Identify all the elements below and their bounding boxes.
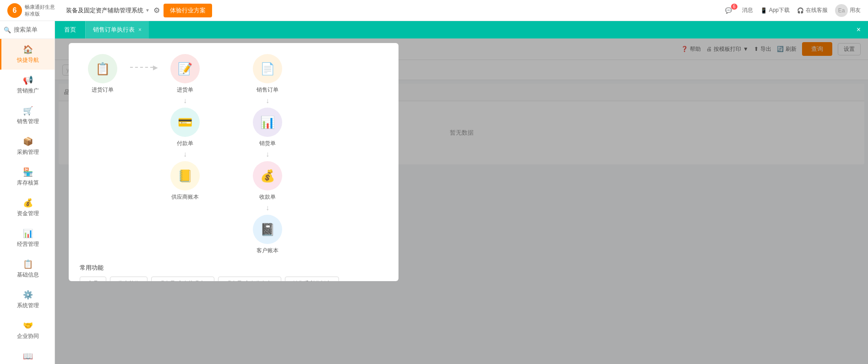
- service-icon: 🎧: [797, 7, 804, 14]
- enterprise-label: 企业协同: [17, 332, 39, 340]
- finance-icon: 💰: [23, 198, 33, 208]
- title-dropdown[interactable]: 装备及固定资产辅助管理系统 ▼: [66, 6, 150, 15]
- trial-button[interactable]: 体验行业方案: [164, 4, 212, 17]
- func-row-1: 商品往来单位现存量(库存状况表)现存量(库存分布表)销售毛利分析表商品毛利分析: [80, 277, 388, 281]
- tab-close-icon[interactable]: ×: [138, 27, 142, 33]
- online-service-button[interactable]: 🎧 在线客服: [797, 6, 828, 14]
- supplier-ledger-icon: 📒: [170, 161, 200, 190]
- sidebar-search[interactable]: 🔍 搜索菜单: [0, 21, 55, 39]
- flow-node-receipt[interactable]: 💰 收款单: [245, 161, 290, 201]
- sales-bill-label: 销货单: [259, 140, 276, 147]
- operation-icon: 📊: [23, 228, 33, 239]
- flow-node-customer-ledger[interactable]: 📓 客户账本: [245, 215, 290, 255]
- modal-card: 📋 进货订单 ▶ 📝 进货单: [69, 43, 399, 281]
- finance-label: 资金管理: [17, 210, 39, 217]
- common-functions-title: 常用功能: [80, 264, 388, 272]
- flow-node-sales-order[interactable]: 📄 销售订单: [245, 54, 290, 94]
- purchase-icon: 📦: [23, 136, 33, 147]
- func-button[interactable]: 现存量(库存状况表): [151, 277, 214, 281]
- flow-node-sales-bill[interactable]: 📊 销货单: [245, 108, 290, 147]
- sidebar-item-newbie[interactable]: 📖新手引导: [0, 346, 55, 364]
- flow-diagram: 📋 进货订单 ▶ 📝 进货单: [80, 54, 388, 255]
- sidebar-item-purchase[interactable]: 📦采购管理: [0, 131, 55, 162]
- content-area: ❓ 帮助 🖨 按模板打印 ▼ ⬆ 导出 🔄 刷新 查询 设置: [55, 38, 868, 364]
- purchase-order-label: 进货订单: [92, 86, 114, 94]
- sidebar-item-quick-nav[interactable]: 🏠快捷导航: [0, 39, 55, 70]
- quick-nav-label: 快捷导航: [17, 56, 39, 64]
- search-icon: 🔍: [4, 27, 11, 33]
- sales-order-icon: 📄: [253, 54, 282, 83]
- sales-label: 销售管理: [17, 118, 39, 125]
- payment-icon: 💳: [170, 108, 200, 137]
- purchase-order-icon: 📋: [88, 54, 117, 83]
- customer-ledger-label: 客户账本: [257, 247, 278, 255]
- message-button[interactable]: 💬 6 消息: [725, 6, 753, 14]
- arrow-p-to-pb: ▶: [130, 64, 158, 71]
- top-bar: 6 畅康通好生意 标准版 装备及固定资产辅助管理系统 ▼ ⚙ 体验行业方案 💬 …: [0, 0, 868, 21]
- purchase-label: 采购管理: [17, 148, 39, 156]
- main-area: 首页 销售订单执行表 × × ❓ 帮助 🖨 按模板打印 ▼ ⬆: [55, 21, 868, 364]
- logo-area: 6 畅康通好生意 标准版: [7, 3, 62, 18]
- tab-bar: 首页 销售订单执行表 × ×: [55, 21, 868, 38]
- app-download-button[interactable]: 📱 App下载: [760, 6, 790, 14]
- user-area[interactable]: Ea 用友: [835, 4, 861, 17]
- inventory-label: 库存核算: [17, 179, 39, 187]
- func-button[interactable]: 现存量(库存分布表): [218, 277, 281, 281]
- common-functions-section: 常用功能 商品往来单位现存量(库存状况表)现存量(库存分布表)销售毛利分析表商品…: [80, 264, 388, 281]
- flow-node-payment[interactable]: 💳 付款单: [162, 108, 208, 147]
- arrow-down-so: ↓: [266, 97, 269, 105]
- arrow-down-receipt: ↓: [266, 204, 269, 212]
- newbie-icon: 📖: [23, 351, 33, 361]
- basic-icon: 📋: [23, 259, 33, 269]
- purchase-bill-label: 进货单: [177, 86, 193, 94]
- avatar: Ea: [835, 4, 848, 17]
- sales-icon: 🛒: [23, 106, 33, 116]
- modal-overlay: 📋 进货订单 ▶ 📝 进货单: [55, 38, 868, 364]
- sidebar-item-operation[interactable]: 📊经营管理: [0, 223, 55, 254]
- sales-bill-icon: 📊: [253, 108, 282, 137]
- system-label: 系统管理: [17, 302, 39, 310]
- sidebar-item-enterprise[interactable]: 🤝企业协同: [0, 315, 55, 346]
- app-logo-icon: 6: [7, 3, 22, 18]
- arrow-down-sb: ↓: [266, 150, 269, 158]
- sidebar-item-basic[interactable]: 📋基础信息: [0, 254, 55, 284]
- customer-ledger-icon: 📓: [253, 215, 282, 244]
- operation-label: 经营管理: [17, 240, 39, 248]
- supplier-ledger-label: 供应商账本: [171, 193, 199, 201]
- quick-nav-icon: 🏠: [23, 44, 33, 54]
- arrow-down-pb: ↓: [183, 97, 187, 105]
- flow-node-supplier-ledger[interactable]: 📒 供应商账本: [162, 161, 208, 201]
- dropdown-arrow-icon: ▼: [145, 8, 150, 13]
- tab-sales-order[interactable]: 销售订单执行表 ×: [86, 21, 149, 38]
- marketing-icon: 📢: [23, 75, 33, 85]
- sidebar-item-finance[interactable]: 💰资金管理: [0, 192, 55, 223]
- arrow-down-pay: ↓: [183, 150, 187, 158]
- marketing-label: 营销推广: [17, 87, 39, 95]
- sales-order-label: 销售订单: [257, 86, 278, 94]
- flow-node-purchase-order[interactable]: 📋 进货订单: [80, 54, 126, 94]
- receipt-icon: 💰: [253, 161, 282, 190]
- tab-home[interactable]: 首页: [55, 21, 86, 38]
- system-title: 装备及固定资产辅助管理系统 ▼ ⚙ 体验行业方案: [66, 4, 725, 17]
- func-button[interactable]: 往来单位: [110, 277, 147, 281]
- tab-close-right-icon[interactable]: ×: [849, 26, 868, 34]
- sidebar-item-system[interactable]: ⚙️系统管理: [0, 284, 55, 315]
- download-icon: 📱: [760, 7, 767, 14]
- flow-node-purchase-bill[interactable]: 📝 进货单: [162, 54, 208, 94]
- sidebar-item-marketing[interactable]: 📢营销推广: [0, 70, 55, 100]
- settings-icon[interactable]: ⚙: [153, 6, 160, 15]
- sidebar-item-sales[interactable]: 🛒销售管理: [0, 100, 55, 131]
- basic-label: 基础信息: [17, 271, 39, 279]
- message-badge: 6: [731, 4, 737, 10]
- func-button[interactable]: 商品: [80, 277, 106, 281]
- logo-text: 畅康通好生意 标准版: [25, 4, 55, 17]
- receipt-label: 收款单: [259, 193, 276, 201]
- sidebar: 🔍 搜索菜单 🏠快捷导航📢营销推广🛒销售管理📦采购管理🏪库存核算💰资金管理📊经营…: [0, 21, 55, 364]
- top-right-area: 💬 6 消息 📱 App下载 🎧 在线客服 Ea 用友: [725, 4, 861, 17]
- enterprise-icon: 🤝: [23, 321, 33, 331]
- inventory-icon: 🏪: [23, 167, 33, 177]
- sidebar-item-inventory[interactable]: 🏪库存核算: [0, 162, 55, 192]
- purchase-bill-icon: 📝: [170, 54, 200, 83]
- payment-label: 付款单: [177, 140, 193, 147]
- func-button[interactable]: 销售毛利分析表: [285, 277, 339, 281]
